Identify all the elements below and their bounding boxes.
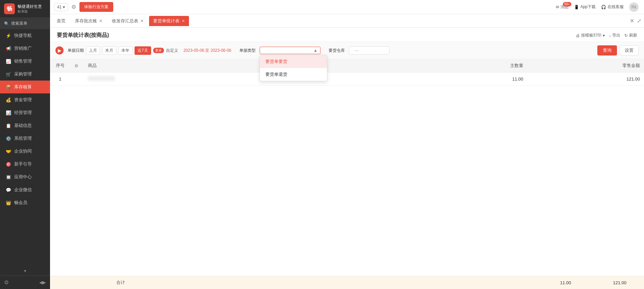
nav-icon-system: ⚙️ — [5, 135, 11, 141]
main-area: 41 ▾ ⚙ 体验行业方案 ✉ 消息 99+ 📱 App下载 🎧 在线客服 Ri… — [50, 0, 644, 289]
export-icon: ↓ — [609, 33, 611, 38]
sidebar-item-basic[interactable]: 📋基础信息 — [0, 119, 50, 132]
query-button[interactable]: 查询 — [597, 45, 617, 55]
type-chevron-icon[interactable]: ▲ — [313, 48, 317, 53]
date-custom-button[interactable]: 自定义 — [166, 48, 178, 53]
settings-icon[interactable]: ⚙ — [4, 279, 9, 286]
data-table: 序号 ⚙ 商品 主计量单位 主数量 零售金额 1 — [50, 59, 644, 86]
nav-icon-appstore: 🔲 — [5, 174, 11, 180]
date-this-year-button[interactable]: 本年 — [118, 46, 133, 55]
tabs-actions: ✕ ⤢ — [627, 18, 641, 24]
print-template-button[interactable]: 🖨 按模板打印 ▾ — [576, 32, 605, 38]
cell-amount: 121.00 — [527, 72, 644, 86]
cell-qty: 11.00 — [411, 72, 527, 86]
date-filter-label: 单据日期 — [68, 48, 84, 53]
user-avatar[interactable]: Rit — [629, 2, 639, 12]
tab-close-requisition-stats[interactable]: ✕ — [182, 19, 185, 23]
date-filter-group: 单据日期 上月 本月 本年 近7天 更多 自定义 — [68, 46, 178, 55]
dropdown-item-return-order[interactable]: 要货单退货 — [260, 68, 327, 81]
type-dropdown: 要货单要货 要货单退货 — [260, 55, 327, 81]
export-button[interactable]: ↓ 导出 — [609, 32, 620, 38]
footer-total-label: 合计 — [116, 280, 125, 286]
refresh-button[interactable]: ↻ 刷新 — [624, 32, 637, 38]
page-container: 要货单统计表(按商品) 🖨 按模板打印 ▾ ↓ 导出 ↻ 刷新 — [50, 28, 644, 289]
sidebar-item-wechat[interactable]: 💬企业微信 — [0, 183, 50, 196]
type-select[interactable]: ▲ — [260, 47, 320, 54]
col-header-amount: 零售金额 — [527, 59, 644, 72]
refresh-icon: ↻ — [624, 33, 628, 38]
service-icon: 🎧 — [601, 5, 606, 9]
nav-icon-inventory: 📦 — [5, 84, 11, 90]
sidebar-item-operation[interactable]: 📊经营管理 — [0, 106, 50, 119]
nav-icon-purchase: 🛒 — [5, 71, 11, 77]
nav-icon-member: 👑 — [5, 200, 11, 206]
nav-icon-guide: 🎯 — [5, 161, 11, 167]
filter-toggle-button[interactable]: ▶ — [55, 46, 64, 54]
sidebar-item-sales[interactable]: 📈销售管理 — [0, 55, 50, 68]
topbar: 41 ▾ ⚙ 体验行业方案 ✉ 消息 99+ 📱 App下载 🎧 在线客服 Ri… — [50, 0, 644, 14]
sidebar-item-inventory[interactable]: 📦库存核算 — [0, 81, 50, 93]
sidebar-search[interactable]: 🔍 搜索菜单 — [0, 18, 50, 29]
col-header-settings[interactable]: ⚙ — [70, 59, 84, 72]
type-select-input[interactable] — [263, 48, 313, 53]
nav-icon-marketing: 📢 — [5, 45, 11, 51]
warehouse-filter-label: 要货仓库 — [329, 48, 345, 53]
collapse-toggle-icon[interactable]: ◀▶ — [39, 280, 46, 285]
page-header-actions: 🖨 按模板打印 ▾ ↓ 导出 ↻ 刷新 — [576, 32, 637, 38]
table-settings-icon[interactable]: ⚙ — [74, 63, 78, 68]
sidebar-item-appstore[interactable]: 🔲应用中心 — [0, 171, 50, 183]
topbar-gear-icon[interactable]: ⚙ — [71, 4, 76, 10]
sidebar-scroll-down[interactable]: ▾ — [0, 266, 50, 275]
sidebar-item-member[interactable]: 👑畅会员 — [0, 196, 50, 209]
table-header-row: 序号 ⚙ 商品 主计量单位 主数量 零售金额 — [50, 59, 644, 72]
close-all-icon[interactable]: ✕ — [630, 18, 634, 24]
tab-receive-summary[interactable]: 收发存汇总表✕ — [108, 16, 148, 26]
settings-button[interactable]: 设置 — [620, 45, 639, 55]
nav-icon-wechat: 💬 — [5, 187, 11, 193]
tab-close-inventory-batch[interactable]: ✕ — [99, 19, 102, 23]
industry-solution-button[interactable]: 体验行业方案 — [79, 2, 113, 12]
tab-home[interactable]: 首页 — [53, 16, 70, 26]
sidebar: 畅 畅捷通好生意 标准版 🔍 搜索菜单 ⚡快捷导航📢营销推广📈销售管理🛒采购管理… — [0, 0, 50, 289]
date-more-badge[interactable]: 更多 — [153, 48, 164, 53]
topbar-right: ✉ 消息 99+ 📱 App下载 🎧 在线客服 Rit — [556, 2, 639, 12]
tab-close-receive-summary[interactable]: ✕ — [140, 19, 144, 23]
nav-icon-quick-nav: ⚡ — [5, 32, 11, 39]
page-header: 要货单统计表(按商品) 🖨 按模板打印 ▾ ↓ 导出 ↻ 刷新 — [50, 28, 644, 42]
cell-empty — [70, 72, 84, 86]
sidebar-item-collab[interactable]: 🤝企业协同 — [0, 145, 50, 158]
dropdown-item-requisition-order[interactable]: 要货单要货 — [260, 55, 327, 68]
print-chevron-icon: ▾ — [603, 33, 605, 38]
topbar-left: 41 ▾ ⚙ 体验行业方案 — [50, 2, 113, 12]
content-area: 要货单统计表(按商品) 🖨 按模板打印 ▾ ↓ 导出 ↻ 刷新 — [50, 28, 644, 289]
expand-icon[interactable]: ⤢ — [637, 18, 641, 24]
online-service-button[interactable]: 🎧 在线客服 — [601, 4, 624, 10]
col-header-qty: 主数量 — [411, 59, 527, 72]
messages-icon: ✉ — [556, 5, 559, 9]
goods-name-blurred — [88, 76, 115, 81]
sidebar-item-marketing[interactable]: 📢营销推广 — [0, 42, 50, 55]
filter-bar: ▶ 单据日期 上月 本月 本年 近7天 更多 自定义 2023-05-06 至 … — [50, 42, 644, 59]
date-this-month-button[interactable]: 本月 — [102, 46, 116, 55]
sidebar-item-quick-nav[interactable]: ⚡快捷导航 — [0, 29, 50, 42]
type-filter-wrapper: ▲ 要货单要货 要货单退货 — [260, 47, 320, 54]
messages-button[interactable]: ✉ 消息 99+ — [556, 4, 569, 10]
date-last7-button[interactable]: 近7天 — [135, 46, 151, 55]
date-prev-month-button[interactable]: 上月 — [86, 46, 100, 55]
warehouse-select[interactable]: ··· — [349, 46, 389, 54]
warehouse-dots-icon[interactable]: ··· — [355, 48, 359, 53]
tab-requisition-stats[interactable]: 要货单统计表✕ — [149, 16, 189, 26]
table-wrapper: 序号 ⚙ 商品 主计量单位 主数量 零售金额 1 — [50, 59, 644, 276]
sidebar-item-finance[interactable]: 💰资金管理 — [0, 93, 50, 106]
sidebar-item-system[interactable]: ⚙️系统管理 — [0, 132, 50, 145]
sidebar-item-guide[interactable]: 🎯新手引导 — [0, 158, 50, 171]
table-row: 1 块 11.00 121.00 — [50, 72, 644, 86]
company-selector[interactable]: 41 ▾ — [54, 3, 68, 11]
app-download-button[interactable]: 📱 App下载 — [574, 4, 596, 10]
nav-icon-collab: 🤝 — [5, 148, 11, 154]
sidebar-nav: ⚡快捷导航📢营销推广📈销售管理🛒采购管理📦库存核算💰资金管理📊经营管理📋基础信息… — [0, 29, 50, 266]
print-icon: 🖨 — [576, 33, 580, 38]
tab-inventory-batch[interactable]: 库存批次账✕ — [71, 16, 106, 26]
col-header-no: 序号 — [50, 59, 70, 72]
sidebar-item-purchase[interactable]: 🛒采购管理 — [0, 68, 50, 81]
